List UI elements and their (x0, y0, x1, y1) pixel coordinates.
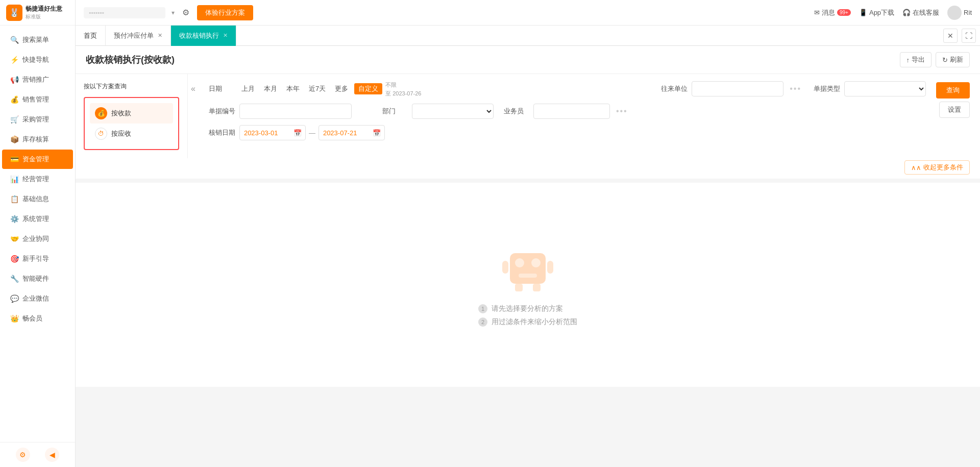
topbar-right: ✉ 消息 99+ 📱 App下载 🎧 在线客服 Rit (814, 6, 972, 20)
tab-close-all-btn[interactable]: ✕ (943, 29, 958, 43)
sidebar-item-member[interactable]: 👑 畅会员 (2, 309, 73, 328)
avatar (947, 6, 962, 20)
topbar-gear-btn[interactable]: ⚙ (179, 6, 193, 20)
sidebar-item-guide[interactable]: 🎯 新手引导 (2, 249, 73, 268)
sidebar-item-search[interactable]: 🔍 搜索菜单 (2, 30, 73, 50)
message-icon: ✉ (814, 9, 820, 16)
verify-date-label: 核销日期 (209, 128, 235, 137)
sidebar-item-quicknav[interactable]: ⚡ 快捷导航 (2, 50, 73, 69)
filter-row-3: 核销日期 📅 — 📅 (209, 125, 926, 140)
settings-icon[interactable]: ⚙ (16, 448, 30, 462)
date-this-year[interactable]: 本年 (283, 83, 303, 94)
date-this-month[interactable]: 本月 (261, 83, 280, 94)
doc-no-input[interactable] (239, 104, 352, 119)
refresh-icon: ↻ (942, 56, 948, 64)
empty-state: 1 请先选择要分析的方案 2 用过滤条件来缩小分析范围 (478, 243, 577, 327)
doc-type-select[interactable] (844, 81, 926, 96)
page-header: 收款核销执行(按收款) ↑ 导出 ↻ 刷新 (76, 46, 980, 74)
svg-rect-1 (515, 258, 524, 267)
date-field: 日期 上月 本月 本年 近7天 更多 自定义 不限 (209, 80, 422, 97)
page-title: 收款核销执行(按收款) (86, 54, 175, 72)
date-last-month[interactable]: 上月 (238, 83, 258, 94)
sidebar: 🐰 畅捷通好生意 标准版 🔍 搜索菜单 ⚡ 快捷导航 📢 营销推广 💰 销售管理… (0, 0, 76, 467)
collapse-sidebar-icon[interactable]: ◀ (45, 448, 59, 462)
date-no-limit: 不限 (385, 81, 421, 89)
tab-collection-close[interactable]: ✕ (223, 32, 228, 39)
counterparty-dots[interactable]: ••• (788, 84, 803, 93)
tab-collection[interactable]: 收款核销执行 ✕ (171, 26, 236, 46)
sidebar-item-business[interactable]: 📊 经营管理 (2, 169, 73, 189)
sidebar-item-hardware[interactable]: 🔧 智能硬件 (2, 269, 73, 288)
dept-select[interactable] (412, 104, 494, 119)
collab-icon: 🤝 (10, 235, 18, 243)
tab-expand-btn[interactable]: ⛶ (962, 29, 976, 43)
topbar-dropdown-btn[interactable]: ▾ (172, 9, 175, 16)
user-info[interactable]: Rit (947, 6, 972, 20)
verify-date-start-input[interactable] (239, 125, 306, 140)
export-button[interactable]: ↑ 导出 (900, 52, 932, 67)
sidebar-item-marketing[interactable]: 📢 营销推广 (2, 70, 73, 89)
collapse-conditions-button[interactable]: ∧∧ 收起更多条件 (904, 160, 970, 175)
salesperson-label: 业务员 (504, 107, 529, 116)
date-shortcuts: 上月 本月 本年 近7天 更多 自定义 不限 至 2023-07-26 (238, 80, 422, 97)
salesperson-input[interactable] (533, 104, 610, 119)
refresh-button[interactable]: ↻ 刷新 (936, 52, 970, 67)
filter-scheme-title: 按以下方案查询 (84, 82, 179, 91)
content-area: 收款核销执行(按收款) ↑ 导出 ↻ 刷新 按以下方案查询 💰 (76, 46, 980, 467)
sidebar-item-basic-info[interactable]: 📋 基础信息 (2, 189, 73, 209)
topbar-search-area[interactable]: ▪▪▪▪▪▪▪ (84, 7, 165, 18)
message-badge: 99+ (837, 9, 851, 16)
collapse-row: ∧∧ 收起更多条件 (76, 158, 980, 179)
page-header-actions: ↑ 导出 ↻ 刷新 (900, 52, 970, 73)
message-button[interactable]: ✉ 消息 99+ (814, 8, 851, 17)
settings-button[interactable]: 设置 (939, 102, 970, 118)
main-content-empty: 1 请先选择要分析的方案 2 用过滤条件来缩小分析范围 (76, 183, 980, 387)
sidebar-item-finance[interactable]: 💳 资金管理 (2, 150, 73, 169)
query-button[interactable]: 查询 (936, 82, 970, 99)
tabbar-actions: ✕ ⛶ (943, 26, 980, 46)
verify-date-end-input[interactable] (318, 125, 385, 140)
topbar: ▪▪▪▪▪▪▪ ▾ ⚙ 体验行业方案 ✉ 消息 99+ 📱 App下载 🎧 在线… (76, 0, 980, 26)
counterparty-input[interactable] (692, 81, 783, 96)
finance-icon: 💳 (10, 155, 18, 163)
app-download-button[interactable]: 📱 App下载 (859, 8, 894, 17)
svg-rect-5 (547, 261, 553, 274)
tab-home[interactable]: 首页 (76, 26, 106, 46)
industry-solution-button[interactable]: 体验行业方案 (197, 5, 253, 20)
dept-field: 部门 (382, 104, 494, 119)
verify-date-field: 核销日期 📅 — 📅 (209, 125, 385, 140)
filter-left-panel: 按以下方案查询 💰 按收款 ⏱ 按应收 (76, 74, 188, 158)
main-area: ▪▪▪▪▪▪▪ ▾ ⚙ 体验行业方案 ✉ 消息 99+ 📱 App下载 🎧 在线… (76, 0, 980, 467)
hardware-icon: 🔧 (10, 275, 18, 283)
search-icon: 🔍 (10, 36, 18, 44)
date-label: 日期 (209, 84, 234, 93)
sidebar-item-wechat[interactable]: 💬 企业微信 (2, 289, 73, 308)
empty-robot-svg (497, 243, 558, 294)
svg-rect-2 (531, 258, 541, 267)
tab-prepay[interactable]: 预付冲应付单 ✕ (106, 26, 171, 46)
chevron-up-icon: ∧∧ (911, 164, 921, 171)
app-logo-icon: 🐰 (6, 5, 22, 21)
business-icon: 📊 (10, 175, 18, 183)
receivable-icon: ⏱ (95, 128, 107, 140)
sidebar-item-inventory[interactable]: 📦 库存核算 (2, 130, 73, 149)
date-7days[interactable]: 近7天 (306, 83, 329, 94)
filter-collapse-left-btn[interactable]: « (188, 74, 199, 158)
filter-option-by-receipt[interactable]: 💰 按收款 (90, 103, 173, 124)
svg-rect-0 (510, 253, 546, 284)
date-custom[interactable]: 自定义 (354, 83, 382, 94)
sales-icon: 💰 (10, 95, 18, 104)
filter-option-by-receivable[interactable]: ⏱ 按应收 (90, 124, 173, 144)
date-more[interactable]: 更多 (332, 83, 351, 94)
sidebar-item-purchase[interactable]: 🛒 采购管理 (2, 110, 73, 129)
sidebar-item-system[interactable]: ⚙️ 系统管理 (2, 209, 73, 229)
verify-date-start-wrap: 📅 (239, 125, 306, 140)
svg-rect-7 (533, 284, 541, 291)
sidebar-item-collaboration[interactable]: 🤝 企业协同 (2, 229, 73, 249)
tab-prepay-close[interactable]: ✕ (158, 32, 162, 39)
svg-rect-4 (502, 261, 508, 274)
sidebar-item-sales[interactable]: 💰 销售管理 (2, 90, 73, 109)
online-service-button[interactable]: 🎧 在线客服 (902, 8, 939, 17)
doc-no-field: 单据编号 (209, 104, 352, 119)
salesperson-dots[interactable]: ••• (614, 107, 630, 116)
